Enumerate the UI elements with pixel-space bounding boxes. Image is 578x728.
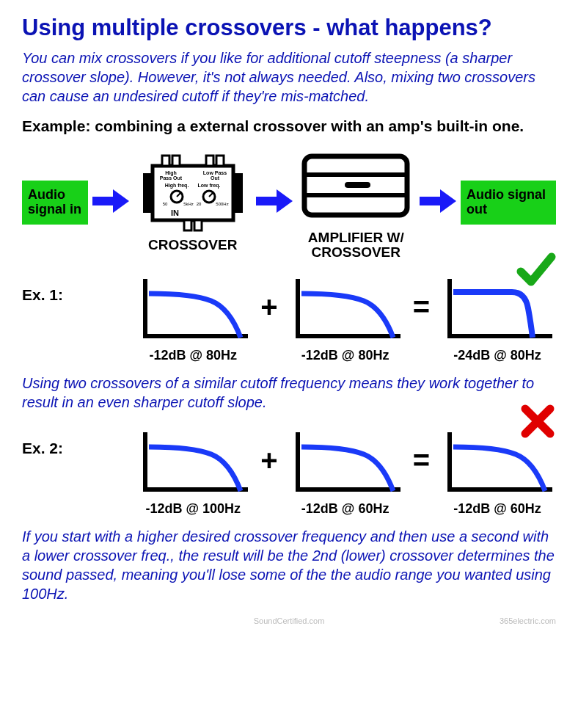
crossover-label: CROSSOVER — [148, 238, 237, 252]
ex1-label: Ex. 1: — [22, 272, 81, 304]
ex1-explanation: Using two crossovers of a similar cutoff… — [22, 374, 556, 412]
ex1-chart-a-caption: -12dB @ 80Hz — [149, 348, 237, 363]
svg-rect-4 — [162, 156, 169, 166]
plus-icon: + — [257, 291, 280, 324]
ex2-chart-a-caption: -12dB @ 100Hz — [145, 501, 241, 517]
equals-icon: = — [410, 444, 433, 477]
svg-rect-29 — [345, 182, 370, 188]
arrow-icon — [92, 183, 129, 222]
ex2-chart-a: -12dB @ 100Hz — [134, 425, 252, 517]
page-title: Using multiple crossovers - what happens… — [22, 15, 556, 41]
svg-text:Low Pass: Low Pass — [203, 170, 227, 175]
ex1-chart-c-caption: -24dB @ 80Hz — [453, 348, 541, 363]
svg-text:Pass Out: Pass Out — [159, 175, 182, 181]
svg-text:IN: IN — [171, 208, 179, 217]
svg-text:Low freq.: Low freq. — [197, 183, 220, 189]
svg-text:50: 50 — [162, 202, 167, 206]
amplifier-label: AMPLIFIER W/ CROSSOVER — [297, 230, 414, 260]
ex2-chart-b: -12dB @ 60Hz — [287, 425, 404, 517]
signal-flow-diagram: Audio signal in High Pass Out Low Pass O… — [22, 145, 556, 260]
svg-rect-6 — [206, 156, 213, 166]
signal-out-box: Audio signal out — [461, 181, 556, 225]
svg-rect-3 — [233, 173, 243, 213]
svg-text:20: 20 — [196, 202, 201, 206]
svg-text:5kHz: 5kHz — [183, 202, 194, 206]
svg-rect-7 — [216, 156, 224, 166]
ex1-chart-b-caption: -12dB @ 80Hz — [301, 348, 389, 363]
intro-text: You can mix crossovers if you like for a… — [22, 48, 556, 106]
svg-marker-0 — [92, 189, 129, 213]
cross-icon — [519, 403, 556, 443]
crossover-device: High Pass Out Low Pass Out High freq. Lo… — [134, 153, 252, 252]
plus-icon: + — [257, 444, 280, 477]
svg-rect-8 — [184, 220, 191, 230]
ex2-chart-c-caption: -12dB @ 60Hz — [453, 501, 541, 517]
ex1-chart-b: -12dB @ 80Hz — [287, 272, 404, 363]
ex2-explanation: If you start with a higher desired cross… — [22, 527, 556, 603]
ex2-equation: -12dB @ 100Hz + -12dB @ 60Hz = -12dB @ 6… — [81, 425, 556, 517]
ex1-equation: -12dB @ 80Hz + -12dB @ 80Hz = -24dB @ 80… — [81, 272, 556, 363]
svg-text:High freq.: High freq. — [164, 183, 189, 189]
equals-icon: = — [410, 291, 433, 324]
arrow-icon — [420, 183, 456, 222]
checkmark-icon — [516, 250, 556, 292]
arrow-icon — [256, 183, 293, 222]
ex2-chart-b-caption: -12dB @ 60Hz — [301, 501, 389, 517]
svg-rect-5 — [172, 156, 180, 166]
example-heading: Example: combining a external crossover … — [22, 117, 556, 135]
svg-marker-30 — [420, 189, 456, 213]
svg-rect-2 — [143, 173, 153, 213]
svg-text:Out: Out — [211, 175, 220, 181]
svg-text:500Hz: 500Hz — [216, 202, 228, 206]
amplifier-device: AMPLIFIER W/ CROSSOVER — [297, 145, 414, 260]
svg-rect-9 — [194, 220, 202, 230]
signal-in-box: Audio signal in — [22, 181, 88, 225]
svg-marker-25 — [256, 189, 293, 213]
ex1-chart-a: -12dB @ 80Hz — [134, 272, 252, 363]
ex2-label: Ex. 2: — [22, 425, 81, 457]
